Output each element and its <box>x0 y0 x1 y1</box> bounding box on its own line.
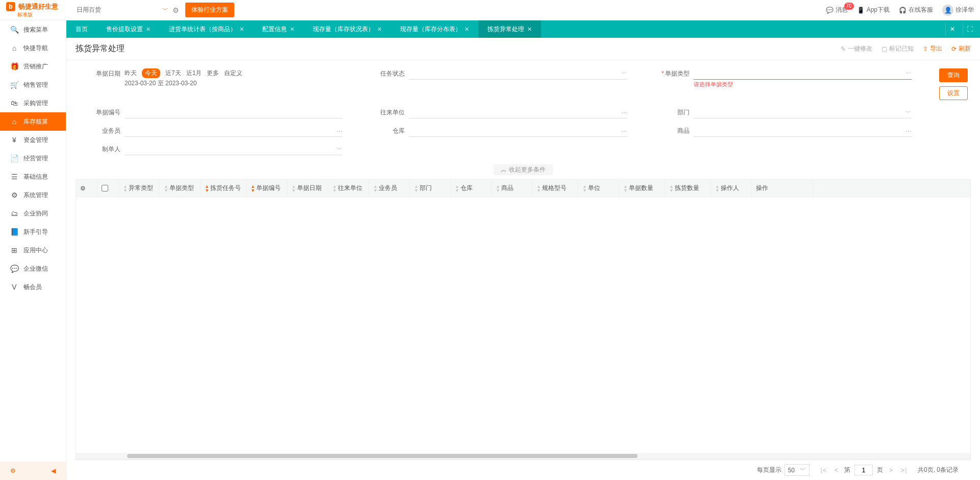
page-size-select[interactable]: 50 ﹀ <box>785 464 810 476</box>
sidebar-item-2[interactable]: 🎁营销推广 <box>0 57 66 76</box>
th-pick_qty[interactable]: ▲▼拣货数量 <box>665 180 711 197</box>
date-opt-4[interactable]: 更多 <box>207 69 219 78</box>
close-icon[interactable]: ✕ <box>290 26 295 33</box>
th-operator[interactable]: ▲▼操作人 <box>711 180 752 197</box>
refresh-button[interactable]: ⟳刷新 <box>951 44 971 53</box>
next-page-button[interactable]: > <box>887 466 895 475</box>
app-download-link[interactable]: 📱 App下载 <box>857 6 890 14</box>
table-header: ⚙▲▼异常类型▲▼单据类型▲▼拣货任务号▲▼单据编号▲▼单据日期▲▼往来单位▲▼… <box>76 180 970 197</box>
bill-type-select[interactable]: ﹀ <box>694 68 912 80</box>
industry-plan-button[interactable]: 体验行业方案 <box>185 3 234 17</box>
category-select[interactable]: 日用百货 ﹀ <box>77 3 168 17</box>
fullscreen-button[interactable]: ⛶ <box>963 22 976 36</box>
pagination-bar: 每页显示 50 ﹀ ∣< < 第 页 > >∣ 共0页, 0条记录 <box>76 460 971 480</box>
th-bill_type[interactable]: ▲▼单据类型 <box>160 180 201 197</box>
avatar-icon: 👤 <box>942 5 953 16</box>
sidebar-item-11[interactable]: 📘新手引导 <box>0 223 66 241</box>
warehouse-select[interactable]: ⋯ <box>409 126 627 137</box>
close-icon[interactable]: ✕ <box>377 26 382 33</box>
th-bill_date[interactable]: ▲▼单据日期 <box>287 180 328 197</box>
tab-5[interactable]: 现存量（库存分布表）✕ <box>391 20 478 38</box>
topbar: b 畅捷通好生意 标准版 日用百货 ﹀ ⚙ 体验行业方案 💬 消息 70 📱 A… <box>0 0 980 20</box>
th-sales[interactable]: ▲▼业务员 <box>369 180 410 197</box>
chat-icon: 💬 <box>826 7 834 14</box>
sidebar-item-4[interactable]: 🛍采购管理 <box>0 94 66 112</box>
mark-read-button[interactable]: ▢标记已知 <box>881 44 914 53</box>
message-button[interactable]: 💬 消息 70 <box>826 6 848 14</box>
tab-label: 现存量（库存分布表） <box>400 25 461 34</box>
online-service-link[interactable]: 🎧 在线客服 <box>899 6 933 14</box>
sidebar-item-10[interactable]: 🗂企业协同 <box>0 204 66 223</box>
refresh-icon: ⟳ <box>951 45 957 53</box>
th-dept[interactable]: ▲▼部门 <box>410 180 451 197</box>
select-all-checkbox[interactable] <box>102 185 108 191</box>
th-qty[interactable]: ▲▼单据数量 <box>619 180 665 197</box>
date-opt-1[interactable]: 今天 <box>142 68 160 78</box>
sidebar-item-6[interactable]: ¥资金管理 <box>0 131 66 149</box>
date-opt-3[interactable]: 近1月 <box>186 69 202 78</box>
settings-icon[interactable]: ⚙ <box>10 467 16 474</box>
th-product[interactable]: ▲▼商品 <box>492 180 532 197</box>
sidebar-item-13[interactable]: 💬企业微信 <box>0 259 66 278</box>
sidebar-item-1[interactable]: ⌂快捷导航 <box>0 39 66 57</box>
page-number-input[interactable] <box>854 465 873 475</box>
sidebar-footer: ⚙ ◀ <box>0 462 66 480</box>
th-label: 单据类型 <box>169 184 194 193</box>
prev-page-button[interactable]: < <box>832 466 840 475</box>
tab-label: 售价提取设置 <box>106 25 143 34</box>
sidebar-icon: 🗂 <box>10 209 18 218</box>
sidebar-item-5[interactable]: ⌂库存核算 <box>0 112 66 131</box>
query-button[interactable]: 查询 <box>939 68 968 82</box>
tab-2[interactable]: 进货单统计表（按商品）✕ <box>160 20 253 38</box>
th-spec[interactable]: ▲▼规格型号 <box>532 180 578 197</box>
sidebar-item-14[interactable]: V畅会员 <box>0 278 66 296</box>
batch-edit-button[interactable]: ✎一键修改 <box>841 44 872 53</box>
tab-6[interactable]: 拣货异常处理✕ <box>478 20 541 38</box>
partner-select[interactable]: ⋯ <box>409 107 627 118</box>
sidebar-item-0[interactable]: 🔍搜索菜单 <box>0 20 66 39</box>
th-pick_task[interactable]: ▲▼拣货任务号 <box>201 180 247 197</box>
sidebar-item-8[interactable]: ☰基础信息 <box>0 167 66 186</box>
sidebar-item-9[interactable]: ⚙系统管理 <box>0 186 66 204</box>
close-icon[interactable]: ✕ <box>146 26 151 33</box>
user-menu[interactable]: 👤 徐泽华 <box>942 5 974 16</box>
sidebar-item-3[interactable]: 🛒销售管理 <box>0 76 66 94</box>
collapse-filter-button[interactable]: ︽收起更多条件 <box>79 162 968 179</box>
first-page-button[interactable]: ∣< <box>818 466 828 475</box>
th-warehouse[interactable]: ▲▼仓库 <box>451 180 492 197</box>
close-icon[interactable]: ✕ <box>527 26 532 33</box>
export-button[interactable]: ⇪导出 <box>923 44 942 53</box>
chevron-down-icon: ﹀ <box>905 108 912 117</box>
close-icon[interactable]: ✕ <box>464 26 469 33</box>
last-page-button[interactable]: >∣ <box>899 466 910 475</box>
sidebar-item-label: 营销推广 <box>23 62 48 71</box>
collapse-sidebar-icon[interactable]: ◀ <box>51 467 56 474</box>
label-bill-type: 单据类型 <box>648 68 694 100</box>
th-exc_type[interactable]: ▲▼异常类型 <box>119 180 160 197</box>
creator-select[interactable]: ﹀ <box>125 144 342 155</box>
sort-icon: ▲▼ <box>205 184 209 193</box>
setting-button[interactable]: 设置 <box>939 86 968 100</box>
sidebar-item-12[interactable]: ⊞应用中心 <box>0 241 66 259</box>
close-icon[interactable]: ✕ <box>239 26 244 33</box>
bill-no-input[interactable] <box>125 107 342 118</box>
dept-select[interactable]: ﹀ <box>694 107 912 118</box>
tab-3[interactable]: 配置信息✕ <box>253 20 304 38</box>
product-select[interactable]: ⋯ <box>694 126 912 137</box>
th-partner[interactable]: ▲▼往来单位 <box>328 180 369 197</box>
task-status-select[interactable]: ﹀ <box>409 68 627 80</box>
gear-icon[interactable]: ⚙ <box>173 6 179 14</box>
more-icon: ⋯ <box>621 128 627 135</box>
horizontal-scrollbar[interactable] <box>76 453 970 459</box>
tab-1[interactable]: 售价提取设置✕ <box>97 20 160 38</box>
tab-0[interactable]: 首页 <box>66 20 97 38</box>
date-opt-5[interactable]: 自定义 <box>224 69 242 78</box>
sidebar-item-7[interactable]: 📄经营管理 <box>0 149 66 167</box>
sales-select[interactable]: ⋯ <box>125 126 342 137</box>
th-bill_no[interactable]: ▲▼单据编号 <box>247 180 287 197</box>
date-opt-0[interactable]: 昨天 <box>125 69 137 78</box>
close-all-tabs-button[interactable]: ✕ <box>945 22 959 36</box>
th-unit[interactable]: ▲▼单位 <box>578 180 619 197</box>
date-opt-2[interactable]: 近7天 <box>165 69 181 78</box>
tab-4[interactable]: 现存量（库存状况表）✕ <box>304 20 391 38</box>
